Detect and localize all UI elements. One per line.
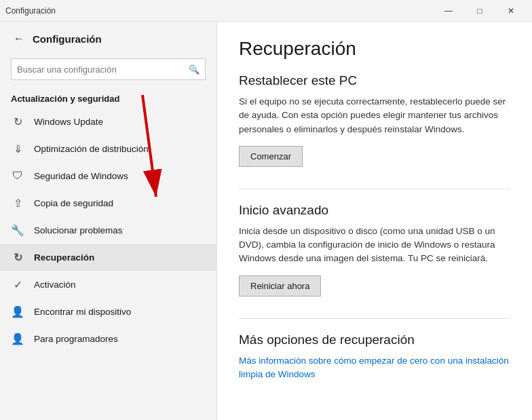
sidebar-item-activacion[interactable]: ✓ Activación — [0, 271, 216, 298]
windows-update-icon: ↻ — [11, 115, 24, 128]
programadores-icon: 👤 — [11, 332, 24, 345]
sidebar-item-windows-update[interactable]: ↻ Windows Update — [0, 108, 216, 135]
page-title: Recuperación — [239, 38, 510, 60]
sidebar-item-label: Solucionar problemas — [34, 225, 123, 235]
activacion-icon: ✓ — [11, 278, 24, 291]
app-body: ← Configuración 🔍 Actualización y seguri… — [0, 22, 532, 420]
divider1 — [239, 189, 510, 189]
sidebar-title: Configuración — [33, 33, 102, 45]
section3-title: Más opciones de recuperación — [239, 332, 510, 347]
divider2 — [239, 318, 510, 319]
sidebar-item-solucionar[interactable]: 🔧 Solucionar problemas — [0, 216, 216, 244]
comenzar-button[interactable]: Comenzar — [239, 146, 303, 167]
sidebar-item-copia[interactable]: ⇧ Copia de seguridad — [0, 189, 216, 216]
sidebar-item-optimizacion[interactable]: ⇓ Optimización de distribución — [0, 135, 216, 162]
search-box[interactable]: 🔍 — [11, 58, 206, 80]
sidebar-item-label: Recuperación — [34, 252, 94, 263]
clean-install-link[interactable]: Más información sobre cómo empezar de ce… — [239, 354, 510, 382]
search-input[interactable] — [17, 64, 189, 75]
titlebar: Configuración — □ ✕ — [0, 0, 532, 22]
sidebar-item-recuperacion[interactable]: ↻ Recuperación — [0, 244, 216, 271]
solucionar-icon: 🔧 — [11, 223, 24, 237]
sidebar-item-label: Activación — [34, 280, 76, 290]
sidebar: ← Configuración 🔍 Actualización y seguri… — [0, 22, 217, 420]
sidebar-item-seguridad[interactable]: 🛡 Seguridad de Windows — [0, 162, 216, 189]
section2-desc: Inicia desde un dispositivo o disco (com… — [239, 225, 510, 266]
encontrar-icon: 👤 — [11, 305, 24, 318]
sidebar-item-programadores[interactable]: 👤 Para programadores — [0, 325, 216, 352]
back-button[interactable]: ← — [11, 30, 27, 47]
search-icon: 🔍 — [189, 64, 200, 75]
sidebar-item-label: Para programadores — [34, 334, 118, 344]
sidebar-item-label: Encontrar mi dispositivo — [34, 307, 131, 317]
main-content: Recuperación Restablecer este PC Si el e… — [217, 22, 532, 420]
sidebar-header: ← Configuración — [0, 22, 216, 53]
copia-icon: ⇧ — [11, 196, 24, 210]
maximize-button[interactable]: □ — [464, 0, 495, 22]
section1-desc: Si el equipo no se ejecuta correctamente… — [239, 95, 510, 136]
close-button[interactable]: ✕ — [495, 0, 527, 22]
seguridad-icon: 🛡 — [11, 169, 24, 183]
sidebar-item-label: Windows Update — [34, 117, 103, 127]
titlebar-controls: — □ ✕ — [433, 0, 527, 22]
section2-title: Inicio avanzado — [239, 203, 510, 218]
titlebar-title: Configuración — [5, 6, 56, 16]
sidebar-item-label: Copia de seguridad — [34, 198, 113, 208]
sidebar-item-label: Optimización de distribución — [34, 144, 149, 154]
section1-title: Restablecer este PC — [239, 73, 510, 88]
sidebar-item-label: Seguridad de Windows — [34, 171, 128, 181]
titlebar-left: Configuración — [5, 6, 56, 16]
recuperacion-icon: ↻ — [11, 250, 24, 264]
minimize-button[interactable]: — — [433, 0, 464, 22]
sidebar-section-title: Actualización y seguridad — [0, 85, 216, 108]
optimizacion-icon: ⇓ — [11, 142, 24, 155]
sidebar-item-encontrar[interactable]: 👤 Encontrar mi dispositivo — [0, 298, 216, 325]
reiniciar-button[interactable]: Reiniciar ahora — [239, 275, 321, 297]
